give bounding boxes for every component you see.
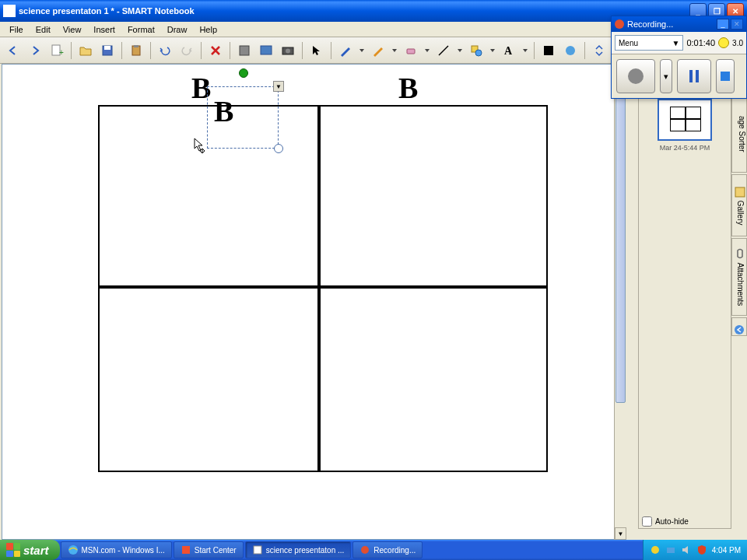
scroll-down-button[interactable]: ▼ (615, 527, 626, 540)
full-screen-button[interactable] (256, 40, 276, 61)
recorder-titlebar[interactable]: Recording... _ ✕ (612, 16, 746, 32)
eraser-tool[interactable] (401, 40, 421, 61)
creative-pen-tool[interactable] (368, 40, 388, 61)
svg-point-16 (566, 46, 575, 55)
recorder-stop-button[interactable] (616, 59, 655, 93)
line-dropdown[interactable] (455, 40, 465, 61)
svg-rect-21 (696, 70, 699, 82)
shape-tool[interactable] (466, 40, 486, 61)
menu-file[interactable]: File (3, 23, 30, 36)
tab-collapse[interactable] (731, 317, 747, 336)
pen-dropdown[interactable] (357, 40, 366, 61)
ie-icon (68, 544, 79, 555)
taskbar-item-notebook[interactable]: science presentaton ... (245, 541, 352, 558)
recorder-task-icon (359, 544, 370, 555)
taskbar-item-start-center[interactable]: Start Center (174, 541, 244, 558)
canvas[interactable]: B B ▼ B (2, 65, 626, 539)
svg-rect-17 (735, 187, 745, 197)
scroll-thumb[interactable] (615, 76, 626, 403)
notebook-icon (252, 544, 263, 555)
auto-hide-checkbox[interactable] (642, 516, 652, 527)
recorder-elapsed-time: 0:01:40 (686, 38, 715, 47)
recorder-window[interactable]: Recording... _ ✕ Menu▼ 0:01:40 3.0 ▾ (611, 16, 747, 99)
recorder-stop-dropdown[interactable]: ▾ (660, 59, 672, 93)
creative-pen-dropdown[interactable] (390, 40, 399, 61)
tray-icon-2[interactable] (665, 544, 676, 555)
menu-insert[interactable]: Insert (87, 23, 121, 36)
tab-page-sorter[interactable]: age Sorter (731, 95, 747, 173)
auto-hide-row: Auto-hide (642, 516, 689, 527)
menu-help[interactable]: Help (193, 23, 223, 36)
svg-rect-25 (254, 546, 261, 554)
text-letter-b-right[interactable]: B (398, 71, 418, 105)
svg-rect-3 (104, 46, 110, 50)
paste-button[interactable] (126, 40, 146, 61)
arrow-left-icon (734, 324, 745, 335)
recorder-controls: ▾ (612, 54, 746, 98)
resize-handle[interactable] (274, 144, 283, 153)
recorder-record-button[interactable] (716, 59, 735, 93)
svg-rect-10 (407, 49, 415, 54)
svg-point-13 (475, 50, 482, 56)
svg-text:+: + (59, 48, 64, 57)
capture-button[interactable] (278, 40, 298, 61)
svg-rect-15 (544, 46, 553, 55)
recorder-pause-button[interactable] (677, 59, 711, 93)
tab-gallery[interactable]: Gallery (731, 174, 747, 236)
add-page-button[interactable]: + (47, 40, 67, 61)
grid-cell-top-right[interactable] (319, 105, 548, 287)
taskbar-item-recorder[interactable]: Recording... (352, 541, 423, 558)
color-tool[interactable] (538, 40, 559, 61)
transparency-tool[interactable] (560, 40, 580, 61)
svg-rect-5 (134, 45, 139, 47)
menu-draw[interactable]: Draw (161, 23, 194, 36)
svg-rect-28 (667, 548, 675, 553)
system-tray[interactable]: 4:04 PM (643, 540, 747, 560)
menu-edit[interactable]: Edit (30, 23, 57, 36)
grid-cell-bottom-right[interactable] (319, 287, 548, 472)
undo-button[interactable] (155, 40, 175, 61)
menu-view[interactable]: View (57, 23, 88, 36)
vertical-scrollbar[interactable]: ▲ ▼ (614, 64, 626, 540)
save-button[interactable] (97, 40, 117, 61)
main-area: B B ▼ B ▲ ▼ Mar 24-5:44 PM (0, 64, 747, 540)
tray-icon-volume[interactable] (681, 544, 692, 555)
redo-button[interactable] (177, 40, 197, 61)
text-dropdown[interactable] (521, 40, 530, 61)
tab-attachments[interactable]: Attachments (731, 238, 747, 316)
rotation-handle[interactable] (239, 68, 248, 78)
tray-icon-1[interactable] (650, 544, 661, 555)
recorder-minimize-button[interactable]: _ (717, 19, 729, 30)
menu-format[interactable]: Format (121, 23, 161, 36)
open-button[interactable] (75, 40, 96, 61)
shape-dropdown[interactable] (488, 40, 497, 61)
auto-hide-label: Auto-hide (655, 517, 689, 526)
move-toolbar-button[interactable] (589, 40, 609, 61)
text-tool[interactable]: A (499, 40, 519, 61)
svg-rect-20 (689, 70, 693, 82)
pen-tool[interactable] (335, 40, 356, 61)
screen-shade-button[interactable] (234, 40, 254, 61)
svg-point-19 (628, 68, 644, 84)
tray-icon-shield[interactable] (696, 544, 707, 555)
select-tool[interactable] (307, 40, 327, 61)
recorder-menu-dropdown[interactable]: Menu▼ (615, 35, 683, 51)
text-letter-b-selected[interactable]: B (214, 94, 233, 128)
page-thumbnail-1[interactable] (658, 99, 712, 141)
selection-menu-button[interactable]: ▼ (273, 81, 284, 92)
prev-page-button[interactable] (3, 40, 23, 61)
svg-point-18 (735, 325, 744, 334)
windows-logo-icon (6, 543, 20, 557)
grid-cell-bottom-left[interactable] (98, 287, 319, 472)
recorder-quality: 3.0 (732, 39, 743, 47)
line-tool[interactable] (433, 40, 454, 61)
delete-button[interactable] (205, 40, 226, 61)
recorder-toolbar: Menu▼ 0:01:40 3.0 (612, 32, 746, 54)
start-button[interactable]: start (0, 540, 60, 560)
gallery-icon (734, 186, 746, 198)
next-page-button[interactable] (25, 40, 45, 61)
eraser-dropdown[interactable] (423, 40, 432, 61)
recorder-close-button[interactable]: ✕ (731, 19, 743, 30)
clock[interactable]: 4:04 PM (712, 546, 741, 555)
taskbar-item-msn[interactable]: MSN.com - Windows I... (61, 541, 172, 558)
